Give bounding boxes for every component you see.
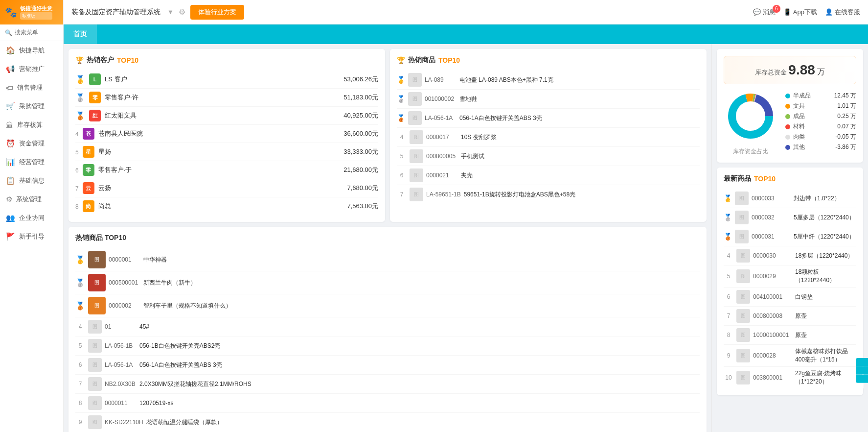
middle-panel: 🏆 热销客户 TOP10 🥇 L LS 客户 53,006.26元 🥈 零 零售… <box>64 44 711 432</box>
product-code: 0000031 <box>752 233 791 240</box>
legend-value: -0.05 万 <box>835 133 856 141</box>
product-name: 10S 变刮罗浆 <box>461 133 700 142</box>
product-code: 000800005 <box>426 153 458 160</box>
sidebar-item-enterprise[interactable]: 👥 企业协同 <box>0 209 63 227</box>
legend-value: 1.01 万 <box>837 102 856 110</box>
sidebar-item-marketing[interactable]: 📢 营销推广 <box>0 60 63 78</box>
legend-list: 半成品 12.45 万 文具 1.01 万 成品 0.25 万 材料 0.07 … <box>785 92 856 153</box>
product-code: LA-056-1A <box>425 115 457 121</box>
customer-amount: 7,563.00元 <box>347 202 378 211</box>
logo-badge: 标准版 <box>20 12 52 20</box>
product-name: 封边带（1.0*22） <box>794 194 856 203</box>
sidebar-item-sales[interactable]: 🏷 销售管理 <box>0 78 63 97</box>
hot-right-title-text: 热销商品 <box>408 56 435 65</box>
product-code: 0000030 <box>753 252 792 259</box>
sidebar-item-system[interactable]: ⚙ 系统管理 <box>0 190 63 209</box>
hot-product-right-row: 4 图 0000017 10S 变刮罗浆 <box>397 128 700 147</box>
product-name: 原壶 <box>795 331 856 339</box>
customer-name: 零售客户·于 <box>98 166 340 174</box>
logo-icon: 🐾 <box>5 6 17 18</box>
legend-dot <box>785 104 790 109</box>
hot-product-main-row: 7 图 NB2.0X30B 2.0X30MM双搓花轴搓花直径2.1MM/ROHS <box>75 375 700 394</box>
tab-home[interactable]: 首页 <box>64 24 97 44</box>
sidebar-item-finance[interactable]: ⏰ 资金管理 <box>0 134 63 153</box>
search-menu-label: 搜索菜单 <box>15 28 38 37</box>
main-area: 装备及固定资产辅助管理系统 ▼ ⚙ 体验行业方案 💬 6 消息 📱 App下载 … <box>64 0 868 432</box>
product-name: 5厘中纤（1220*2440） <box>794 233 856 241</box>
product-name: 花语萌恒温分腿睡袋（厚款） <box>146 418 700 427</box>
legend-label: 文具 <box>793 102 834 110</box>
product-thumb: 图 <box>88 415 102 429</box>
hot-products-right-card: 🏆 热销商品 TOP10 🥇 图 LA-089 电池盖 LA-089 ABS本色… <box>390 49 707 222</box>
search-menu[interactable]: 🔍 搜索菜单 <box>0 24 63 41</box>
sidebar-item-quick-nav[interactable]: 🏠 快捷导航 <box>0 41 63 60</box>
product-thumb: 图 <box>410 130 423 144</box>
float-btn-live[interactable]: 直播 <box>856 375 868 383</box>
sidebar-item-newbie[interactable]: 🚩 新手引导 <box>0 227 63 246</box>
app-download-item[interactable]: 📱 App下载 <box>783 8 817 17</box>
legend-dot <box>785 124 790 129</box>
product-code: LA-089 <box>425 76 457 83</box>
sidebar-item-inventory[interactable]: 🏛 库存核算 <box>0 116 63 134</box>
product-code: 0000032 <box>752 214 791 221</box>
product-code: LA-59651-1B <box>426 191 461 198</box>
customer-avatar: 云 <box>83 182 94 194</box>
customer-amount: 33,333.00元 <box>343 147 378 156</box>
float-btn-service[interactable]: 客服热线 <box>856 358 868 366</box>
sales-row: 8 尚 尚总 7,563.00元 <box>75 197 378 215</box>
sidebar-item-label: 经营管理 <box>19 158 45 167</box>
nav-tabs: 首页 <box>64 24 868 44</box>
product-code: 001000002 <box>425 96 457 102</box>
notification-icon: 💬 <box>753 8 761 16</box>
online-service-item[interactable]: 👤 在线客服 <box>825 8 860 17</box>
newest-products-card: 最新商品 TOP10 🥇 图 0000033 封边带（1.0*22） 🥈 图 0… <box>717 168 863 395</box>
operations-icon: 📊 <box>6 158 15 167</box>
hot-main-title-text: 热销商品 TOP10 <box>75 234 126 242</box>
product-name: 5厘多层（1220*2440） <box>794 214 856 222</box>
float-btn-community[interactable]: 服务社区 <box>856 366 868 375</box>
settings-icon[interactable]: ⚙ <box>179 7 185 17</box>
product-name: 手机测试 <box>461 152 700 161</box>
product-thumb: 图 <box>408 73 422 87</box>
logo-text: 畅捷通好生意 <box>20 5 52 12</box>
product-code: 10000100001 <box>753 332 792 338</box>
legend-label: 半成品 <box>793 92 831 100</box>
rank-indicator: 7 <box>75 185 79 192</box>
sidebar-item-purchase[interactable]: 🛒 采购管理 <box>0 97 63 116</box>
product-code: NB2.0X30B <box>105 381 137 387</box>
sales-customers-card: 🏆 热销客户 TOP10 🥇 L LS 客户 53,006.26元 🥈 零 零售… <box>69 49 385 222</box>
product-name: 原壶 <box>795 312 856 320</box>
hot-product-main-row: 8 图 0000011 12070519-xs <box>75 394 700 413</box>
sidebar-item-label: 库存核算 <box>17 120 43 129</box>
sidebar-item-label: 企业协同 <box>19 214 45 222</box>
product-name: 体械嘉核味苏打饮品400毫升（1*15） <box>795 347 856 364</box>
product-thumb: 图 <box>736 290 750 304</box>
product-name: 18多层（1220*2440） <box>795 252 856 260</box>
legend-value: 0.25 万 <box>837 112 856 120</box>
enterprise-icon: 👥 <box>6 214 15 222</box>
trial-button[interactable]: 体验行业方案 <box>190 5 244 20</box>
hot-product-main-row: 6 图 LA-056-1A 056-1A白色按键开关盖ABS 3壳 <box>75 356 700 375</box>
legend-dot <box>785 94 790 98</box>
hot-product-right-row: 🥇 图 LA-089 电池盖 LA-089 ABS本色+黑种 7.1克 <box>397 71 700 90</box>
product-name: 056-1A白色按键开关盖ABS 3壳 <box>139 361 700 369</box>
product-code: 0000028 <box>753 352 792 359</box>
legend-item: 材料 0.07 万 <box>785 122 856 131</box>
dropdown-icon[interactable]: ▼ <box>167 8 174 16</box>
product-thumb: 图 <box>408 111 422 125</box>
product-thumb: 图 <box>736 269 750 283</box>
sidebar-item-operations[interactable]: 📊 经营管理 <box>0 153 63 171</box>
customer-name: 苍南县人民医院 <box>98 129 340 138</box>
product-code: 01 <box>105 323 137 330</box>
sidebar-item-basic-info[interactable]: 📋 基础信息 <box>0 171 63 190</box>
notification-item[interactable]: 💬 6 消息 <box>753 8 776 17</box>
rank-indicator: 🥉 <box>75 111 85 120</box>
customer-name: 零售客户·许 <box>105 93 340 102</box>
product-code: 0000002 <box>109 302 140 309</box>
customer-name: 红太阳文具 <box>105 111 340 120</box>
product-thumb: 图 <box>736 371 750 384</box>
newest-product-row: 4 图 0000030 18多层（1220*2440） <box>724 246 856 265</box>
product-thumb: 图 <box>736 249 750 263</box>
inventory-icon: 🏛 <box>6 121 13 129</box>
newest-product-row: 10 图 003800001 22g鱼豆腐·烧烤味（1*12*20） <box>724 367 856 388</box>
